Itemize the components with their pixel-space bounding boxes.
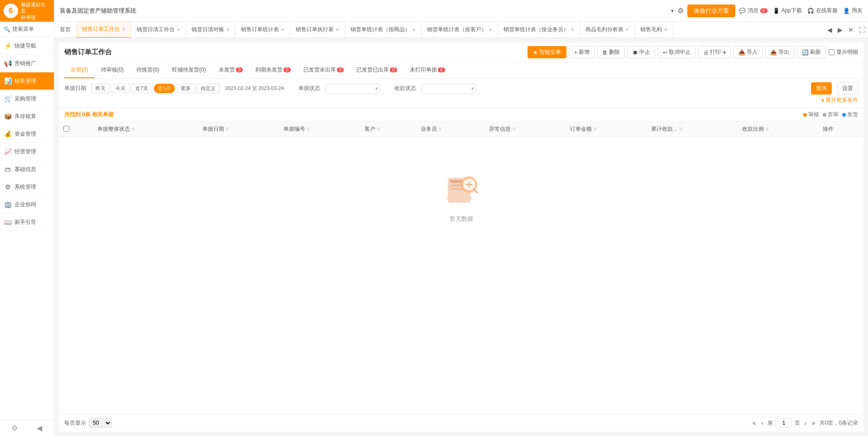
sub-tab-not-printed[interactable]: 未打印单据0 bbox=[403, 62, 451, 78]
sidebar-item-sales[interactable]: 📊销售管理 bbox=[0, 72, 54, 90]
tab-cash-daily[interactable]: 钱货日清工作台✕ bbox=[131, 22, 186, 38]
tab-sales-summary-customer[interactable]: 销货单统计表（按客户）✕ bbox=[422, 22, 498, 38]
tab-close-all-btn[interactable]: ✕ bbox=[845, 26, 856, 33]
solution-btn[interactable]: 体验行业方案 bbox=[687, 5, 735, 17]
date-btn-custom[interactable]: 自定义 bbox=[197, 84, 220, 93]
sort-icon-status[interactable]: ⇅ bbox=[131, 127, 135, 132]
sidebar-item-purchase[interactable]: 🛒采购管理 bbox=[0, 90, 54, 108]
sidebar-item-quick-nav[interactable]: ⚡快捷导航 bbox=[0, 37, 54, 55]
sidebar-item-base-info[interactable]: 🗃基础信息 bbox=[0, 161, 54, 178]
sub-tab-pending-inspect[interactable]: 待拣货(0) bbox=[130, 62, 166, 78]
sort-icon-collected[interactable]: ⇅ bbox=[679, 127, 682, 132]
cancel-stop-btn[interactable]: ↩ 取消中止 bbox=[658, 46, 695, 58]
sub-tab-expired-not-shipped[interactable]: 到期未发货0 bbox=[249, 62, 297, 78]
first-page-btn[interactable]: « bbox=[751, 419, 758, 427]
topbar-settings-icon[interactable]: ⚙ bbox=[677, 6, 684, 15]
tab-close-sales-summary-customer[interactable]: ✕ bbox=[489, 27, 492, 32]
date-btn-today[interactable]: 今天 bbox=[111, 84, 129, 93]
settings-footer-btn[interactable]: ⚙ bbox=[4, 424, 25, 432]
date-btn-yesterday[interactable]: 昨天 bbox=[91, 84, 110, 93]
tab-sales-more[interactable]: 销售毛利✕ bbox=[635, 22, 673, 38]
sort-icon-abnormal[interactable]: ⇅ bbox=[512, 127, 516, 132]
import-btn[interactable]: 📥 导入 bbox=[734, 46, 762, 58]
tab-close-gross-profit[interactable]: ✕ bbox=[625, 27, 629, 32]
table-scroll[interactable]: 单据整体状态⇅单据日期⇅单据编号⇅客户⇅业务员⇅异常信息⇅订单金额⇅累计收款..… bbox=[59, 122, 863, 414]
prev-page-btn[interactable]: ‹ bbox=[760, 419, 765, 427]
tab-close-sales-stats[interactable]: ✕ bbox=[281, 27, 284, 32]
col-checkbox bbox=[59, 122, 93, 137]
last-page-btn[interactable]: » bbox=[810, 419, 817, 427]
select-all-checkbox[interactable] bbox=[63, 126, 69, 132]
sub-tab-shipped-out[interactable]: 已发货已出库0 bbox=[350, 62, 403, 78]
date-btn-7days[interactable]: 近7天 bbox=[131, 84, 152, 93]
sidebar-item-marketing[interactable]: 📢营销推广 bbox=[0, 55, 54, 72]
tab-close-sales-exec[interactable]: ✕ bbox=[336, 27, 339, 32]
expand-conditions-btn[interactable]: ▾ 展开更多条件 bbox=[821, 96, 858, 104]
tab-home[interactable]: 首页 bbox=[54, 22, 77, 38]
sidebar-item-operations[interactable]: 📈经营管理 bbox=[0, 143, 54, 161]
tab-gross-profit[interactable]: 商品毛利分析表✕ bbox=[580, 22, 635, 38]
date-btn-more[interactable]: 更多 bbox=[177, 84, 195, 93]
tab-sales-workbench[interactable]: 销售订单工作台✕ bbox=[77, 22, 131, 38]
page-input[interactable] bbox=[776, 418, 792, 427]
payment-select[interactable] bbox=[422, 84, 476, 94]
sort-icon-staff[interactable]: ⇅ bbox=[438, 127, 442, 132]
tab-expand-btn[interactable]: ⛶ bbox=[856, 26, 868, 33]
sub-tab-not-shipped[interactable]: 未发货0 bbox=[212, 62, 249, 78]
page-size-select[interactable]: 2050100 bbox=[89, 418, 112, 428]
tab-close-sales-more[interactable]: ✕ bbox=[664, 27, 667, 32]
refresh-btn[interactable]: 🔄 刷新 bbox=[797, 46, 826, 58]
page-title: 销售订单工作台 bbox=[64, 48, 112, 57]
tab-close-sales-summary-product[interactable]: ✕ bbox=[412, 27, 416, 32]
sort-icon-number[interactable]: ⇅ bbox=[307, 127, 310, 132]
sort-icon-customer[interactable]: ⇅ bbox=[377, 127, 380, 132]
user-btn[interactable]: 👤 用友 bbox=[843, 7, 863, 14]
message-btn[interactable]: 💬 消息 6 bbox=[739, 7, 767, 14]
show-detail-input[interactable] bbox=[829, 49, 834, 55]
tab-close-cash-reconcile[interactable]: ✕ bbox=[226, 27, 230, 32]
stop-btn[interactable]: ⏹ 中止 bbox=[628, 46, 655, 58]
download-icon: 📱 bbox=[773, 8, 780, 14]
settings-filter-btn[interactable]: 设置 bbox=[837, 82, 858, 95]
sort-icon-date[interactable]: ⇅ bbox=[225, 127, 229, 132]
batch-btn-弃审[interactable]: 弃审 bbox=[823, 111, 839, 118]
sidebar-item-system[interactable]: ⚙系统管理 bbox=[0, 178, 54, 196]
tab-sales-summary-product[interactable]: 销货单统计表（按商品）✕ bbox=[345, 22, 422, 38]
next-page-btn[interactable]: › bbox=[803, 419, 808, 427]
tab-close-cash-daily[interactable]: ✕ bbox=[177, 27, 180, 32]
delete-btn[interactable]: 🗑 删除 bbox=[597, 46, 625, 58]
sub-tab-wangpu-pending[interactable]: 旺铺待发货(0) bbox=[166, 62, 212, 78]
sidebar-item-inventory[interactable]: 📦库存核算 bbox=[0, 108, 54, 125]
status-select[interactable] bbox=[326, 84, 380, 94]
sidebar-item-enterprise[interactable]: 🏢企业协同 bbox=[0, 196, 54, 213]
query-btn[interactable]: 查询 bbox=[811, 82, 832, 95]
tab-sales-stats[interactable]: 销售订单统计表✕ bbox=[235, 22, 290, 38]
tab-sales-summary-staff[interactable]: 销货单统计表（按业务员）✕ bbox=[498, 22, 580, 38]
sort-icon-ratio[interactable]: ⇅ bbox=[765, 127, 769, 132]
smart-create-btn[interactable]: ★ 智能生单 bbox=[528, 46, 566, 58]
app-download-btn[interactable]: 📱 App下载 bbox=[773, 7, 802, 14]
show-detail-checkbox[interactable]: 显示明细 bbox=[829, 48, 858, 56]
system-dropdown-icon[interactable]: ▾ bbox=[671, 8, 674, 14]
tab-close-sales-summary-staff[interactable]: ✕ bbox=[571, 27, 574, 32]
tab-nav-next[interactable]: ▶ bbox=[835, 26, 845, 33]
tab-nav-prev[interactable]: ◀ bbox=[825, 26, 835, 33]
batch-btn-发货[interactable]: 发货 bbox=[842, 111, 858, 118]
date-btn-1month[interactable]: 近1月 bbox=[154, 84, 175, 93]
batch-btn-审核[interactable]: 审核 bbox=[803, 111, 819, 118]
print-btn[interactable]: 🖨 打印 bbox=[698, 46, 731, 58]
sidebar-item-finance[interactable]: 💰资金管理 bbox=[0, 125, 54, 143]
sort-icon-amount[interactable]: ⇅ bbox=[593, 127, 597, 132]
online-service-btn[interactable]: 🎧 在线客服 bbox=[807, 7, 838, 14]
add-btn[interactable]: + 新增 bbox=[569, 46, 595, 58]
tab-sales-exec[interactable]: 销售订单执行表✕ bbox=[290, 22, 345, 38]
tab-close-sales-workbench[interactable]: ✕ bbox=[122, 27, 125, 32]
sub-tab-all[interactable]: 全部(0) bbox=[64, 62, 95, 78]
sidebar-search[interactable]: 🔍 搜索菜单 bbox=[0, 22, 54, 37]
sub-tab-pending-review[interactable]: 待审核(0) bbox=[95, 62, 130, 78]
tab-cash-reconcile[interactable]: 钱货日清对账✕ bbox=[186, 22, 235, 38]
sub-tab-shipped-not-out[interactable]: 已发货未出库0 bbox=[297, 62, 350, 78]
sidebar-item-guide[interactable]: 📖新手引导 bbox=[0, 213, 54, 231]
collapse-btn[interactable]: ◀ bbox=[29, 424, 51, 432]
export-btn[interactable]: 📤 导出 bbox=[765, 46, 794, 58]
